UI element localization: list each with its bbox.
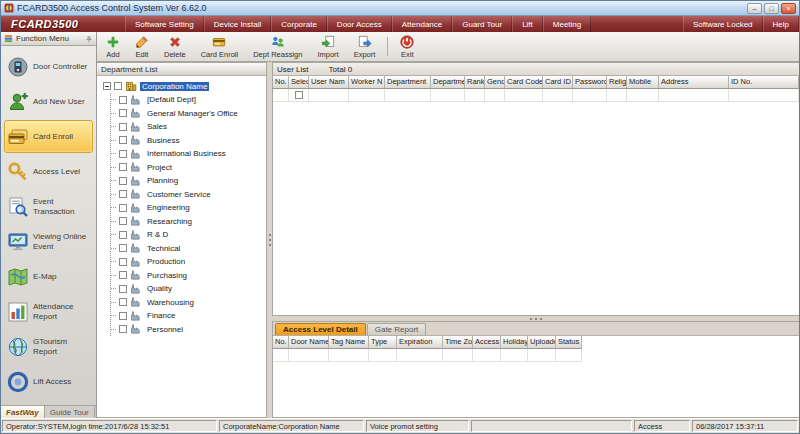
tree-node-customer-service[interactable]: Customer Service (111, 188, 264, 202)
sidebar-item-door-controller[interactable]: Door Controller (4, 50, 93, 83)
user-column-mobile[interactable]: Mobile (627, 76, 659, 89)
user-column-address[interactable]: Address (659, 76, 729, 89)
toolbar-edit-button[interactable]: Edit (128, 33, 156, 60)
sidebar-item-access-level[interactable]: Access Level (4, 155, 93, 188)
user-column-card-id[interactable]: Card ID (543, 76, 573, 89)
expander-icon[interactable] (103, 82, 111, 90)
menu-item-software-setting[interactable]: Software Setting (125, 16, 204, 32)
tree-node-production[interactable]: Production (111, 255, 264, 269)
tree-node-engineering[interactable]: Engineering (111, 201, 264, 215)
node-checkbox[interactable] (119, 258, 127, 266)
toolbar-add-button[interactable]: Add (99, 33, 127, 60)
node-checkbox[interactable] (119, 190, 127, 198)
close-button[interactable]: × (781, 3, 796, 14)
tree-node-project[interactable]: Project (111, 161, 264, 175)
tab-fastway[interactable]: FastWay (1, 406, 45, 418)
tab-access-level-detail[interactable]: Access Level Detail (275, 323, 366, 335)
tree-node-general-manager-s-office[interactable]: General Manager's Office (111, 107, 264, 121)
node-checkbox[interactable] (119, 298, 127, 306)
tree-node-personnel[interactable]: Personnel (111, 323, 264, 337)
node-checkbox[interactable] (119, 96, 127, 104)
node-checkbox[interactable] (119, 231, 127, 239)
menu-item-corporate[interactable]: Corporate (271, 16, 327, 32)
tree-node-purchasing[interactable]: Purchasing (111, 269, 264, 283)
menu-item-door-access[interactable]: Door Access (327, 16, 392, 32)
maximize-button[interactable]: □ (764, 3, 779, 14)
row-checkbox[interactable] (295, 91, 303, 99)
node-checkbox[interactable] (119, 271, 127, 279)
user-column-id-no[interactable]: ID No. (729, 76, 799, 89)
menu-item-device-install[interactable]: Device Install (204, 16, 272, 32)
tree-node-planning[interactable]: Planning (111, 174, 264, 188)
detail-column-door-name[interactable]: Door Name (289, 336, 329, 349)
tree-node-root[interactable]: Corporation Name (103, 79, 264, 93)
toolbar-dept-reassign-button[interactable]: Dept Reassign (246, 33, 309, 60)
user-column-passworc[interactable]: Passworc (573, 76, 607, 89)
sidebar-item-gtourism-report[interactable]: GTourism Report (4, 330, 93, 363)
pin-icon[interactable] (85, 35, 93, 43)
user-column-rank[interactable]: Rank (465, 76, 485, 89)
node-checkbox[interactable] (119, 244, 127, 252)
tree-node-international-business[interactable]: International Business (111, 147, 264, 161)
detail-column-holiday[interactable]: Holiday (501, 336, 528, 349)
menu-item-software-locked[interactable]: Software Locked (683, 16, 763, 32)
node-checkbox[interactable] (119, 123, 127, 131)
node-checkbox[interactable] (119, 204, 127, 212)
sidebar-item-card-enroll[interactable]: Card Enroll (4, 120, 93, 153)
detail-column-access-ti[interactable]: Access Ti (473, 336, 501, 349)
menu-item-lift[interactable]: Lift (512, 16, 543, 32)
node-checkbox[interactable] (119, 109, 127, 117)
node-checkbox[interactable] (119, 177, 127, 185)
sidebar-item-e-map[interactable]: E-Map (4, 260, 93, 293)
node-checkbox[interactable] (119, 325, 127, 333)
toolbar-delete-button[interactable]: Delete (157, 33, 193, 60)
node-checkbox[interactable] (119, 285, 127, 293)
toolbar-import-button[interactable]: Import (310, 33, 345, 60)
tree-node-sales[interactable]: Sales (111, 120, 264, 134)
user-column-relig[interactable]: Relig (607, 76, 627, 89)
detail-column-status[interactable]: Status (556, 336, 582, 349)
node-checkbox[interactable] (119, 312, 127, 320)
menu-item-meeting[interactable]: Meeting (543, 16, 591, 32)
detail-column-type[interactable]: Type (369, 336, 397, 349)
user-column-worker-n[interactable]: Worker N (349, 76, 385, 89)
tab-gate-report[interactable]: Gate Report (367, 323, 427, 335)
user-column-card-code[interactable]: Card Code (505, 76, 543, 89)
user-column-user-nam[interactable]: User Nam (309, 76, 349, 89)
detail-column-tag-name[interactable]: Tag Name (329, 336, 369, 349)
detail-column-expiration[interactable]: Expiration (397, 336, 443, 349)
root-checkbox[interactable] (114, 82, 122, 90)
detail-column-uploaded[interactable]: Uploaded (528, 336, 556, 349)
toolbar-card-enroll-button[interactable]: Card Enroll (194, 33, 246, 60)
tree-node-finance[interactable]: Finance (111, 309, 264, 323)
tree-node-default-dept[interactable]: [Default Dept] (111, 93, 264, 107)
user-column-no[interactable]: No. (273, 76, 289, 89)
menu-item-help[interactable]: Help (763, 16, 799, 32)
toolbar-exit-button[interactable]: Exit (393, 33, 421, 60)
user-column-selec[interactable]: Selec (289, 76, 309, 89)
menu-item-attendance[interactable]: Attendance (392, 16, 452, 32)
node-checkbox[interactable] (119, 150, 127, 158)
sidebar-item-add-new-user[interactable]: Add New User (4, 85, 93, 118)
tree-node-r-d[interactable]: R & D (111, 228, 264, 242)
tree-node-technical[interactable]: Technical (111, 242, 264, 256)
tab-guide-tour[interactable]: Guide Tour (45, 406, 95, 418)
minimize-button[interactable]: – (747, 3, 762, 14)
tree-node-quality[interactable]: Quality (111, 282, 264, 296)
tree-node-warehousing[interactable]: Warehousing (111, 296, 264, 310)
toolbar-export-button[interactable]: Export (347, 33, 383, 60)
user-column-departme[interactable]: Departme (431, 76, 465, 89)
detail-column-time-zone[interactable]: Time Zone (443, 336, 473, 349)
node-checkbox[interactable] (119, 217, 127, 225)
menu-item-guard-tour[interactable]: Guard Tour (452, 16, 512, 32)
node-checkbox[interactable] (119, 136, 127, 144)
node-checkbox[interactable] (119, 163, 127, 171)
sidebar-item-attendance-report[interactable]: Attendance Report (4, 295, 93, 328)
user-column-gend[interactable]: Gend (485, 76, 505, 89)
sidebar-item-viewing-online-event[interactable]: Viewing Online Event (4, 225, 93, 258)
tree-node-business[interactable]: Business (111, 134, 264, 148)
user-column-department[interactable]: Department (385, 76, 431, 89)
sidebar-item-event-transaction[interactable]: Event Transaction (4, 190, 93, 223)
sidebar-item-lift-access[interactable]: Lift Access (4, 365, 93, 398)
detail-column-no[interactable]: No. (273, 336, 289, 349)
